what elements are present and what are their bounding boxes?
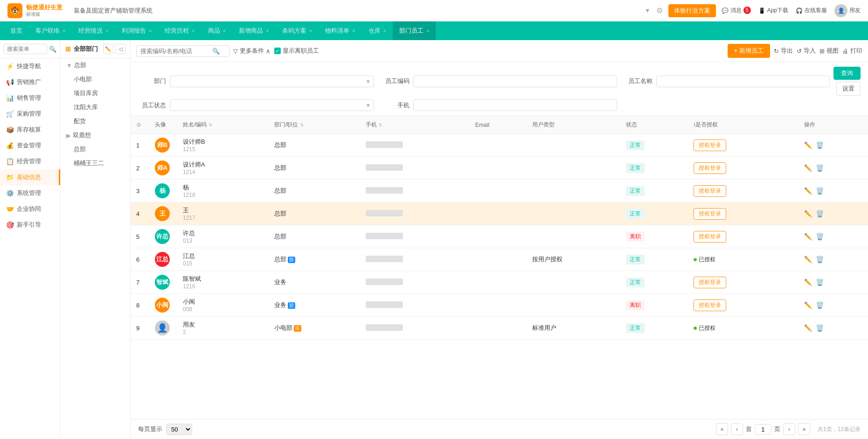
tree-item-small-elec[interactable]: 小电部 [61,72,130,86]
close-icon[interactable]: × [223,28,226,34]
tree-item-total[interactable]: ▼ 总部 [61,58,130,72]
tab-customer[interactable]: 客户联络× [29,21,72,40]
filter-status-select[interactable]: ▾ [170,99,374,111]
delete-icon[interactable]: 🗑️ [816,141,824,149]
edit-icon[interactable]: ✏️ [804,256,812,263]
delete-icon[interactable]: 🗑️ [816,187,824,195]
edit-icon[interactable]: ✏️ [804,279,812,286]
tree-item-shuanglu[interactable]: ▶ 双鹿想 [61,128,130,142]
online-service-btn[interactable]: 🎧 在线客服 [796,7,827,14]
settings-icon[interactable]: ⚙ [136,122,141,128]
search-input[interactable] [140,48,210,55]
edit-icon[interactable]: ✏️ [804,233,812,240]
tab-home[interactable]: 首页 [4,21,29,40]
tree-item-shenyang[interactable]: 沈阳大库 [61,100,130,114]
tree-item-headquarters[interactable]: 总部 [61,142,130,156]
edit-icon[interactable]: ✏️ [804,187,812,195]
auth-login-button[interactable]: 授权登录 [694,277,726,288]
add-employee-button[interactable]: + 新增员工 [728,44,770,58]
edit-icon[interactable]: ✏️ [804,164,812,172]
filter-empname-input[interactable] [656,76,830,87]
page-input[interactable] [755,424,771,435]
show-resigned-check[interactable]: ✓ 显示离职员工 [274,47,319,55]
sidebar-item-sales[interactable]: 📊 销售管理 [0,90,60,106]
close-icon[interactable]: × [149,28,152,34]
close-icon[interactable]: × [352,28,355,34]
sidebar-item-system[interactable]: ⚙️ 系统管理 [0,185,60,201]
tab-goods[interactable]: 商品× [201,21,232,40]
auth-login-button[interactable]: 授权登录 [694,300,726,311]
sidebar-item-guide[interactable]: 🎯 新手引导 [0,217,60,233]
delete-icon[interactable]: 🗑️ [816,256,824,263]
auth-login-button[interactable]: 授权登录 [694,185,726,197]
sidebar-item-inventory[interactable]: 📦 库存核算 [0,122,60,138]
delete-icon[interactable]: 🗑️ [816,301,824,309]
auth-login-button[interactable]: 授权登录 [694,162,726,174]
tab-bom[interactable]: 物料清单× [319,21,361,40]
tab-new-goods[interactable]: 新增商品× [232,21,275,40]
auth-login-button[interactable]: 授权登录 [694,231,726,243]
edit-icon[interactable]: ✏️ [804,141,812,149]
print-btn[interactable]: 🖨 打印 [842,47,862,55]
close-icon[interactable]: × [266,28,269,34]
app-download-btn[interactable]: 📱 App下载 [758,7,788,14]
filter-phone-input[interactable] [413,99,618,111]
delete-icon[interactable]: 🗑️ [816,324,824,332]
delete-icon[interactable]: 🗑️ [816,233,824,240]
sidebar-item-purchase[interactable]: 🛒 采购管理 [0,106,60,122]
close-icon[interactable]: × [383,28,386,34]
message-btn[interactable]: 💬 消息 5 [722,7,751,14]
close-icon[interactable]: × [105,28,108,34]
auth-login-button[interactable]: 授权登录 [694,208,726,220]
sidebar-item-marketing[interactable]: 📢 营销推广 [0,74,60,90]
delete-icon[interactable]: 🗑️ [816,164,824,172]
collapse-icon[interactable]: ◁ [115,44,125,54]
more-filter-btn[interactable]: ▽ 更多条件 ∧ [233,47,271,55]
export-button[interactable]: ↻ 导出 [774,47,793,55]
edit-icon[interactable]: ✏️ [103,44,113,54]
user-menu-btn[interactable]: 👤 用友 [834,4,861,17]
col-dept[interactable]: 部门/职位 ⇅ [269,116,360,134]
filter-dept-select[interactable]: ▾ [170,76,374,87]
tree-item-tongwang[interactable]: 桶桶王三二 [61,156,130,170]
tab-warehouse[interactable]: 仓库× [362,21,393,40]
sidebar-item-collab[interactable]: 🤝 企业协同 [0,201,60,217]
edit-icon[interactable]: ✏️ [804,301,812,309]
tree-item-delivery[interactable]: 配货 [61,114,130,128]
tree-item-project-room[interactable]: 项目库房 [61,86,130,100]
sidebar-item-basic[interactable]: 📁 基础信息 [0,169,60,185]
delete-icon[interactable]: 🗑️ [816,210,824,217]
tab-profit[interactable]: 利润报告× [115,21,158,40]
next-page-btn[interactable]: › [783,423,795,435]
close-icon[interactable]: × [62,28,65,34]
edit-icon[interactable]: ✏️ [804,210,812,217]
sidebar-item-management[interactable]: 📋 经营管理 [0,153,60,169]
first-page-btn[interactable]: « [716,423,728,435]
delete-icon[interactable]: 🗑️ [816,279,824,286]
search-submit-icon[interactable]: 🔍 [212,48,220,55]
edit-icon[interactable]: ✏️ [804,324,812,332]
close-icon[interactable]: × [426,28,429,34]
settings-icon[interactable]: ⚙ [656,6,663,15]
tab-employee[interactable]: 部门员工× [393,21,436,40]
col-name[interactable]: 姓名/编码 ⇅ [177,116,269,134]
reset-button[interactable]: 设置 [836,82,861,96]
auth-login-button[interactable]: 授权登录 [694,139,726,151]
import-button[interactable]: ↺ 导入 [797,47,816,55]
tab-barcode[interactable]: 条码方案× [276,21,319,40]
filter-empcode-input[interactable] [413,76,618,87]
close-icon[interactable]: × [309,28,312,34]
search-action-button[interactable]: 查询 [833,67,861,80]
close-icon[interactable]: × [192,28,194,34]
sidebar-item-finance[interactable]: 💰 资金管理 [0,138,60,153]
tab-history[interactable]: 经营历程× [158,21,201,40]
col-phone[interactable]: 手机 ⇅ [360,116,470,134]
trial-button[interactable]: 体验行业方案 [668,4,716,17]
tab-operation[interactable]: 经营情况× [72,21,115,40]
sidebar-search-input[interactable] [4,44,47,54]
page-size-select[interactable]: 50 100 [166,424,192,435]
dropdown-arrow-icon[interactable]: ▼ [645,7,651,14]
last-page-btn[interactable]: » [798,423,810,435]
prev-page-btn[interactable]: ‹ [731,423,743,435]
sidebar-item-shortcut[interactable]: ⚡ 快捷导航 [0,58,60,74]
